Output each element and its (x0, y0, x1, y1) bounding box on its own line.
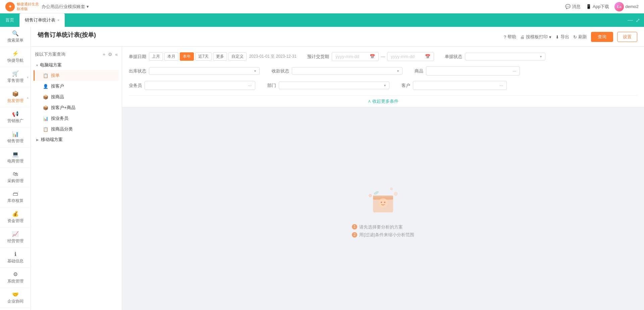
tree-child-by-product[interactable]: 📦 按商品 (34, 92, 119, 102)
sidebar-item-operation[interactable]: 📈 经营管理 (0, 227, 31, 248)
tree-child-by-customer-product[interactable]: 📦 按客户+商品 (34, 102, 119, 113)
tab-sales-order-stats[interactable]: 销售订单统计表 × (19, 13, 65, 27)
customer-select[interactable]: ··· (413, 81, 507, 90)
basic-icon: ℹ (14, 251, 16, 257)
finance-icon: 💰 (12, 211, 19, 217)
panel-icons: + ⚙ « (103, 52, 118, 57)
filter-item-shipment: 出库状态 ▾ (129, 67, 260, 75)
expected-date-label: 预计交货期 (307, 54, 329, 60)
scheme-tree: ▾ 电脑端方案 📋 按单 👤 按客户 📦 按商品 (31, 60, 122, 145)
sidebar-wholesale-label: 批发管理 (7, 98, 23, 104)
message-icon: 💬 (565, 4, 571, 9)
payment-select[interactable]: ▾ (292, 67, 402, 75)
sidebar-item-purchase[interactable]: 🛍 采购管理 (0, 168, 31, 188)
top-bar-right: 💬 消息 📱 App下载 Ea demo2 (565, 2, 639, 11)
panel-collapse-icon[interactable]: « (115, 52, 118, 57)
sidebar-item-system[interactable]: ⚙ 系统管理 (0, 268, 31, 288)
shipment-label: 出库状态 (129, 68, 146, 74)
logo-icon: ✦ (5, 2, 15, 11)
collapse-filters-button[interactable]: ∧ 收起更多条件 (129, 95, 637, 107)
product-more-icon: ··· (513, 68, 516, 73)
search-sidebar-icon: 🔍 (12, 30, 19, 37)
tab-bar-right: — ⤢ (628, 17, 644, 23)
panel-header: 按以下方案查询 + ⚙ « (31, 50, 122, 60)
page-title: 销售订单统计表(按单) (38, 31, 96, 43)
date-start-input[interactable]: yyyy-mm-dd 📅 (332, 52, 379, 61)
tree-parent-mobile[interactable]: ▶ 移动端方案 (34, 135, 119, 145)
top-bar: ✦ 畅捷通好生意 标准版 办公用品行业模拟账套 ▾ 💬 消息 📱 App下载 E… (0, 0, 644, 13)
salesperson-select[interactable]: ··· (145, 81, 255, 90)
app-download-button[interactable]: 📱 App下载 (586, 4, 609, 10)
payment-chevron-icon: ▾ (397, 69, 399, 73)
by-product-icon: 📦 (43, 95, 48, 100)
svg-point-6 (394, 192, 398, 196)
tab-home[interactable]: 首页 (0, 13, 19, 27)
tree-child-by-salesperson[interactable]: 📊 按业务员 (34, 113, 119, 124)
salesperson-more-icon: ··· (248, 83, 252, 88)
calendar-start-icon: 📅 (370, 54, 375, 59)
product-select[interactable]: ··· (426, 66, 520, 75)
department-select[interactable]: ▾ (279, 82, 389, 89)
breadcrumb-select[interactable]: 办公用品行业模拟账套 ▾ (42, 4, 89, 10)
wholesale-icon: 📦 (12, 91, 19, 97)
sidebar-item-inventory[interactable]: 🗃 库存核算 (0, 188, 31, 207)
home-tab-label: 首页 (5, 17, 14, 23)
tab-close-icon[interactable]: × (57, 18, 59, 22)
sidebar-operation-label: 经营管理 (7, 238, 23, 244)
sidebar-inventory-label: 库存核算 (7, 198, 23, 204)
marketing-icon: 📢 (12, 111, 19, 117)
help-button[interactable]: ? 帮助 (504, 34, 516, 40)
sidebar-system-label: 系统管理 (7, 278, 23, 284)
sidebar-item-quick-nav[interactable]: ⚡ 快捷导航 (0, 47, 31, 67)
tree-parent-desktop[interactable]: ▾ 电脑端方案 (34, 60, 119, 70)
hint-item-2: 2 用[过滤]条件来缩小分析范围 (352, 231, 414, 239)
tree-child-by-category[interactable]: 📋 按商品分类 (34, 124, 119, 135)
message-button[interactable]: 💬 消息 (565, 4, 581, 10)
shipment-select[interactable]: ▾ (149, 67, 260, 75)
sidebar-item-newbie[interactable]: 🎯 新手引导 (0, 308, 31, 310)
query-button[interactable]: 查询 (591, 32, 613, 42)
settings-button[interactable]: 设置 (617, 32, 637, 42)
time-btn-last-7days[interactable]: 近7天 (195, 52, 212, 61)
hint-item-1: 1 请先选择要分析的方案 (352, 223, 414, 231)
hint-num-2: 2 (352, 232, 357, 238)
tab-minimize-icon[interactable]: — (628, 17, 633, 23)
filter-item-expected-date: 预计交货期 yyyy-mm-dd 📅 — yyyy-mm-dd 📅 (307, 52, 434, 61)
order-status-label: 单据状态 (445, 54, 462, 60)
export-button[interactable]: ⬇ 导出 (555, 34, 569, 40)
filter-row-1: 单据日期 上月 本月 本年 近7天 更多 自定义 2023-01-01 至 20… (129, 47, 637, 61)
ecommerce-icon: 💻 (12, 151, 19, 157)
sidebar-item-finance[interactable]: 💰 资金管理 (0, 207, 31, 227)
time-btn-more[interactable]: 更多 (213, 52, 227, 61)
print-button[interactable]: 🖨 按模板打印 ▾ (520, 34, 551, 40)
sidebar-retail-label: 零售管理 (7, 78, 23, 84)
system-icon: ⚙ (13, 271, 18, 277)
date-end-input[interactable]: yyyy-mm-dd 📅 (387, 52, 434, 61)
time-btn-custom[interactable]: 自定义 (228, 52, 247, 61)
sidebar-item-retail[interactable]: 🛒 零售管理 ▾ (0, 67, 31, 87)
sidebar-enterprise-label: 企业协同 (7, 299, 23, 304)
sidebar-item-search[interactable]: 🔍 搜索菜单 (0, 27, 31, 47)
panel-settings-icon[interactable]: ⚙ (108, 52, 112, 57)
panel-add-icon[interactable]: + (103, 52, 105, 57)
tab-expand-icon[interactable]: ⤢ (636, 17, 640, 23)
empty-svg (363, 179, 403, 219)
time-btn-this-year[interactable]: 本年 (180, 52, 194, 61)
sidebar-item-ecommerce[interactable]: 💻 电商管理 (0, 148, 31, 168)
user-profile[interactable]: Ea demo2 (614, 2, 639, 11)
sidebar-item-wholesale[interactable]: 📦 批发管理 ▴ (0, 87, 31, 107)
sidebar-item-basic[interactable]: ℹ 基础信息 (0, 248, 31, 268)
inventory-icon: 🗃 (13, 191, 18, 197)
tree-child-by-customer[interactable]: 👤 按客户 (34, 81, 119, 92)
time-btn-last-month[interactable]: 上月 (149, 52, 163, 61)
sidebar-item-enterprise[interactable]: 🤝 企业协同 (0, 288, 31, 308)
date-range-picker: yyyy-mm-dd 📅 — yyyy-mm-dd 📅 (332, 52, 434, 61)
sidebar-item-marketing[interactable]: 📢 营销推广 (0, 107, 31, 127)
empty-area: 1 请先选择要分析的方案 2 用[过滤]条件来缩小分析范围 (122, 107, 644, 310)
tree-child-by-order[interactable]: 📋 按单 (34, 70, 119, 81)
sidebar-item-sales[interactable]: 📊 销售管理 (0, 127, 31, 148)
time-btn-this-month[interactable]: 本月 (164, 52, 178, 61)
order-status-select[interactable]: ▾ (465, 53, 545, 60)
refresh-button[interactable]: ↻ 刷新 (573, 34, 587, 40)
desktop-scheme-label: 电脑端方案 (40, 62, 62, 68)
